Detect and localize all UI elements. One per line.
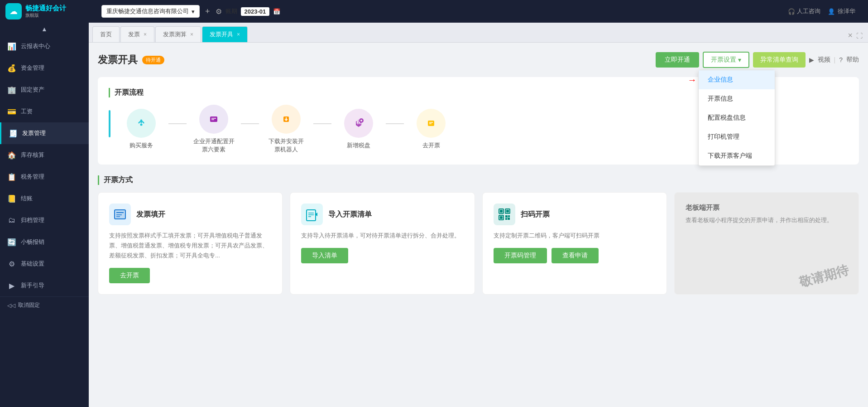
dropdown-item-download-client[interactable]: 下载开票客户端 — [699, 146, 775, 165]
sidebar-item-cloud-report[interactable]: 📊 云报表中心 — [0, 35, 89, 57]
svg-rect-21 — [115, 210, 125, 219]
svg-rect-38 — [505, 215, 508, 218]
tab-invoice-close[interactable]: × — [144, 31, 147, 38]
sidebar-item-archive[interactable]: 🗂 归档管理 — [0, 209, 89, 231]
sidebar-item-payroll[interactable]: 💳 工资 — [0, 101, 89, 122]
svg-rect-41 — [508, 218, 510, 220]
flow-step-buy: 购买服务 — [114, 109, 168, 150]
flow-arrow-4 — [386, 123, 404, 124]
dropdown-invoice-info-label: 开票信息 — [708, 95, 733, 102]
sidebar-item-label: 云报表中心 — [21, 42, 50, 50]
sidebar-item-label: 结账 — [21, 194, 33, 203]
help-icon[interactable]: ? — [839, 56, 843, 63]
user-icon: 👤 — [828, 8, 835, 15]
svg-rect-37 — [500, 216, 503, 219]
method-import-desc: 支持导入待开票清单，可对待开票清单进行拆分、合并处理。 — [301, 231, 463, 241]
flow-step-config: 企业开通配置开票六要素 — [187, 105, 241, 154]
sidebar-item-guide[interactable]: ▶ 新手引导 — [0, 275, 89, 296]
method-scan-qrcode-btn[interactable]: 开票码管理 — [494, 248, 547, 263]
methods-section: 开票方式 — [98, 175, 859, 295]
abnormal-list-button[interactable]: 异常清单查询 — [753, 52, 806, 68]
separator: | — [834, 56, 836, 63]
method-boss-title: 老板端开票 — [686, 204, 848, 212]
method-fill-btn[interactable]: 去开票 — [109, 268, 150, 283]
pin-off-icon: ◁◁ — [7, 302, 15, 309]
tax-icon: 📋 — [7, 172, 16, 181]
settings-icon[interactable]: ⚙ — [216, 7, 222, 16]
methods-grid: 发票填开 支持按照发票样式手工填开发票；可开具增值税电子普通发票、增值税普通发票… — [98, 192, 859, 295]
svg-rect-26 — [307, 210, 316, 221]
method-import-icon — [301, 204, 323, 225]
sidebar-item-label: 小畅报销 — [21, 238, 44, 246]
company-selector[interactable]: 重庆畅捷交通信息咨询有限公司 ▾ — [101, 5, 200, 18]
support-label: 人工咨询 — [797, 7, 820, 15]
flow-step-download-label: 下载并安装开票机器人 — [266, 137, 307, 154]
method-fill-header: 发票填开 — [109, 204, 271, 225]
flow-step-go-issue: 去开票 — [404, 109, 458, 150]
expense-icon: 🔄 — [7, 237, 16, 247]
page-title: 发票开具 — [98, 53, 138, 67]
settings-dropdown-menu: → 企业信息 开票信息 配置税盘信息 打印机管理 — [698, 70, 775, 166]
flow-step-download-icon — [272, 105, 301, 134]
flow-step-add-tax-label: 新增税盘 — [347, 141, 370, 150]
sidebar-item-settings[interactable]: ⚙ 基础设置 — [0, 253, 89, 275]
tab-home[interactable]: 首页 — [92, 26, 120, 42]
flow-arrow-2 — [241, 123, 259, 124]
fixed-assets-icon: 🏢 — [7, 85, 16, 94]
user-menu[interactable]: 👤 徐泽华 — [828, 7, 855, 15]
period-label: 账期 — [225, 7, 237, 15]
flow-step-download: 下载并安装开票机器人 — [259, 105, 313, 154]
support-button[interactable]: 🎧 人工咨询 — [788, 7, 820, 15]
tab-invoice-calc-label: 发票测算 — [163, 30, 187, 39]
sidebar-item-tax[interactable]: 📋 税务管理 — [0, 166, 89, 188]
sidebar-item-settlement[interactable]: 📒 结账 — [0, 188, 89, 209]
dropdown-company-info-label: 企业信息 — [708, 76, 733, 83]
flow-step-go-issue-label: 去开票 — [422, 141, 440, 150]
add-button[interactable]: + — [203, 7, 212, 16]
method-scan-desc: 支持定制开票二维码，客户端可扫码开票 — [494, 231, 656, 241]
tab-invoice-issue[interactable]: 发票开具 × — [202, 26, 248, 42]
cancel-fixed-label: 取消固定 — [18, 301, 40, 309]
dropdown-item-tax-disk[interactable]: 配置税盘信息 — [699, 108, 775, 127]
flow-step-buy-label: 购买服务 — [129, 141, 153, 150]
dropdown-item-company-info[interactable]: → 企业信息 — [699, 70, 775, 89]
flow-step-add-tax-icon: 税 — [344, 109, 373, 138]
video-label[interactable]: 视频 — [818, 56, 830, 64]
method-import-btn[interactable]: 导入清单 — [301, 248, 348, 263]
method-fill-title: 发票填开 — [136, 210, 165, 219]
svg-rect-33 — [500, 210, 503, 213]
video-play-icon[interactable]: ▶ — [809, 56, 814, 63]
svg-rect-39 — [508, 215, 510, 217]
dropdown-item-printer[interactable]: 打印机管理 — [699, 127, 775, 146]
red-arrow-icon: → — [688, 75, 697, 85]
sidebar-item-label: 归档管理 — [21, 216, 44, 224]
sidebar-item-label: 新手引导 — [21, 281, 44, 290]
archive-icon: 🗂 — [7, 216, 16, 225]
settings-dropdown-container: 开票设置 ▾ → 企业信息 开票信息 — [703, 52, 749, 68]
sidebar-scroll-up[interactable]: ▲ — [0, 23, 89, 35]
sidebar-item-fund[interactable]: 💰 资金管理 — [0, 57, 89, 79]
sidebar-item-fixed-assets[interactable]: 🏢 固定资产 — [0, 79, 89, 101]
tab-invoice-calc[interactable]: 发票测算 × — [155, 26, 201, 42]
flow-arrow-3 — [313, 123, 331, 124]
invoice-settings-button[interactable]: 开票设置 ▾ — [703, 52, 749, 68]
dropdown-item-invoice-info[interactable]: 开票信息 — [699, 89, 775, 108]
tab-invoice-calc-close[interactable]: × — [190, 31, 193, 38]
close-window-icon[interactable]: × — [848, 31, 853, 40]
method-boss-overlay: 敬请期待 — [797, 262, 851, 291]
activate-button[interactable]: 立即开通 — [656, 52, 699, 68]
sidebar-item-expense[interactable]: 🔄 小畅报销 — [0, 231, 89, 253]
calendar-icon[interactable]: 📅 — [273, 8, 280, 15]
method-fill-desc: 支持按照发票样式手工填开发票；可开具增值税电子普通发票、增值税普通发票、增值税专… — [109, 231, 271, 261]
method-scan-view-btn[interactable]: 查看申请 — [551, 248, 599, 263]
sidebar-item-inventory[interactable]: 🏠 库存核算 — [0, 144, 89, 166]
method-card-boss: 老板端开票 查看老板端小程序提交的开票申请，并作出相应的处理。 敬请期待 — [674, 192, 859, 295]
help-label[interactable]: 帮助 — [846, 56, 859, 64]
cancel-fixed-button[interactable]: ◁◁ 取消固定 — [0, 296, 89, 314]
svg-rect-18 — [428, 121, 434, 126]
tab-invoice-issue-close[interactable]: × — [237, 31, 240, 38]
maximize-icon[interactable]: ⛶ — [856, 32, 863, 39]
method-scan-header: 扫码开票 — [494, 204, 656, 225]
sidebar-item-invoice[interactable]: 🧾 发票管理 — [0, 122, 89, 144]
tab-invoice[interactable]: 发票 × — [120, 26, 154, 42]
